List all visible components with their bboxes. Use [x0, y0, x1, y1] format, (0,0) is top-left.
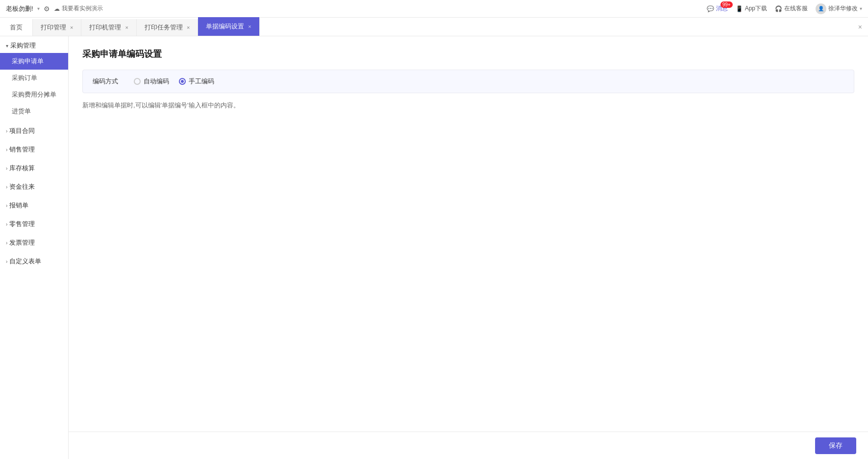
main-content: 采购申请单编码设置 编码方式 自动编码 手工编码 新增和编辑单据时,可以编辑'单… [69, 36, 868, 459]
app-download-button[interactable]: 📱 App下载 [736, 4, 767, 13]
online-service-button[interactable]: 🎧 在线客服 [775, 4, 808, 13]
top-bar-left: 老板勿删! ▾ ⚙ ☁ 我要看实例演示 [6, 4, 103, 13]
sidebar-item-purchase-expense[interactable]: 采购费用分摊单 [0, 86, 68, 103]
expand-icon: › [6, 128, 7, 134]
brand-label: 老板勿删! [6, 4, 33, 13]
sidebar-group-funds-label: 资金往来 [9, 182, 35, 191]
user-chevron-icon: ▾ [860, 6, 862, 11]
tab-home-label: 首页 [10, 23, 23, 32]
coding-method-section: 编码方式 自动编码 手工编码 [82, 70, 854, 93]
top-bar-right: 💬 消息 99+ 📱 App下载 🎧 在线客服 👤 徐泽华修改 ▾ [707, 3, 862, 14]
sidebar-group-sales-label: 销售管理 [9, 145, 35, 154]
expand-icon-retail: › [6, 222, 7, 227]
sidebar-group-purchase-label: 采购管理 [10, 41, 36, 50]
cloud-label: 我要看实例演示 [62, 4, 103, 13]
description-text: 新增和编辑单据时,可以编辑'单据编号'输入框中的内容。 [82, 101, 854, 110]
username: 徐泽华修改 [828, 4, 858, 13]
sidebar-item-purchase-request[interactable]: 采购申请单 [0, 53, 68, 70]
phone-icon: 📱 [736, 5, 743, 12]
sidebar-group-funds: › 资金往来 [0, 178, 68, 194]
expand-icon-sales: › [6, 147, 7, 153]
sidebar-group-sales: › 销售管理 [0, 140, 68, 157]
sidebar-group-returns: › 报销单 [0, 196, 68, 213]
expand-icon-inventory: › [6, 166, 7, 171]
radio-manual-code[interactable]: 手工编码 [179, 77, 214, 86]
sidebar-group-funds-header[interactable]: › 资金往来 [0, 178, 68, 194]
tab-printer-mgmt-close[interactable]: × [125, 25, 128, 30]
tab-print-job-close[interactable]: × [187, 25, 190, 30]
message-badge: 99+ [720, 1, 733, 8]
sidebar-group-inventory-header[interactable]: › 库存核算 [0, 159, 68, 176]
page-title: 采购申请单编码设置 [82, 48, 854, 60]
sidebar-group-custom-form-header[interactable]: › 自定义表单 [0, 252, 68, 269]
tab-barcode-setting-label: 单据编码设置 [206, 22, 244, 31]
tab-barcode-setting[interactable]: 单据编码设置 × [198, 17, 259, 36]
sidebar-group-inventory-label: 库存核算 [9, 164, 35, 173]
tab-print-mgmt-close[interactable]: × [70, 25, 73, 30]
sidebar-group-retail-header[interactable]: › 零售管理 [0, 215, 68, 231]
radio-circle-auto [134, 78, 141, 85]
cloud-icon[interactable]: ☁ 我要看实例演示 [54, 4, 103, 13]
manual-code-label: 手工编码 [189, 77, 214, 86]
auto-code-label: 自动编码 [144, 77, 169, 86]
online-service-label: 在线客服 [784, 4, 808, 13]
tab-barcode-setting-close[interactable]: × [248, 24, 251, 29]
sidebar-group-invoice: › 发票管理 [0, 233, 68, 250]
save-button[interactable]: 保存 [815, 437, 856, 454]
window-close-button[interactable]: × [858, 23, 862, 31]
headset-icon: 🎧 [775, 5, 782, 12]
sidebar-group-retail: › 零售管理 [0, 215, 68, 231]
message-button[interactable]: 💬 消息 99+ [707, 4, 728, 13]
sidebar-group-retail-label: 零售管理 [9, 220, 35, 229]
sidebar-group-inventory: › 库存核算 [0, 159, 68, 176]
chevron-down-icon[interactable]: ▾ [37, 6, 40, 11]
tab-printer-mgmt[interactable]: 打印机管理 × [81, 19, 136, 36]
expand-icon-funds: › [6, 184, 7, 190]
radio-auto-code[interactable]: 自动编码 [134, 77, 169, 86]
user-menu[interactable]: 👤 徐泽华修改 ▾ [816, 3, 862, 14]
sidebar-group-invoice-label: 发票管理 [9, 238, 35, 247]
sidebar-group-returns-label: 报销单 [9, 201, 28, 210]
sidebar-group-custom-form: › 自定义表单 [0, 252, 68, 269]
expand-icon-returns: › [6, 203, 7, 208]
coding-method-label: 编码方式 [93, 77, 118, 86]
sidebar-group-project-label: 项目合同 [9, 127, 35, 135]
sidebar-group-invoice-header[interactable]: › 发票管理 [0, 233, 68, 250]
sidebar: ▾ 采购管理 采购申请单 采购订单 采购费用分摊单 进货单 › 项目合同 [0, 36, 69, 459]
expand-icon-custom-form: › [6, 259, 7, 264]
tab-print-mgmt-label: 打印管理 [41, 23, 66, 32]
tab-home[interactable]: 首页 [0, 19, 33, 36]
sidebar-group-returns-header[interactable]: › 报销单 [0, 196, 68, 213]
avatar: 👤 [816, 3, 826, 14]
tab-printer-mgmt-label: 打印机管理 [89, 23, 121, 32]
collapse-icon: ▾ [6, 43, 8, 49]
top-bar: 老板勿删! ▾ ⚙ ☁ 我要看实例演示 💬 消息 99+ 📱 App下载 🎧 在… [0, 0, 868, 18]
radio-group-coding: 自动编码 手工编码 [134, 77, 214, 86]
expand-icon-invoice: › [6, 240, 7, 246]
sidebar-group-custom-form-label: 自定义表单 [9, 257, 41, 266]
tab-bar: 首页 打印管理 × 打印机管理 × 打印任务管理 × 单据编码设置 × × [0, 18, 868, 36]
tab-print-job-label: 打印任务管理 [145, 23, 183, 32]
settings-icon[interactable]: ⚙ [44, 5, 50, 13]
tab-print-job[interactable]: 打印任务管理 × [137, 19, 198, 36]
main-layout: ▾ 采购管理 采购申请单 采购订单 采购费用分摊单 进货单 › 项目合同 [0, 36, 868, 459]
sidebar-group-project-contract: › 项目合同 [0, 122, 68, 138]
sidebar-item-purchase-order[interactable]: 采购订单 [0, 70, 68, 86]
sidebar-item-stock-in[interactable]: 进货单 [0, 103, 68, 120]
tab-print-mgmt[interactable]: 打印管理 × [33, 19, 81, 36]
radio-circle-manual [179, 78, 186, 85]
sidebar-group-sales-header[interactable]: › 销售管理 [0, 140, 68, 157]
sidebar-group-project-contract-header[interactable]: › 项目合同 [0, 122, 68, 138]
bottom-bar: 保存 [69, 432, 868, 459]
app-download-label: App下载 [745, 4, 767, 13]
sidebar-group-purchase-header[interactable]: ▾ 采购管理 [0, 36, 68, 53]
sidebar-group-purchase: ▾ 采购管理 采购申请单 采购订单 采购费用分摊单 进货单 [0, 36, 68, 120]
